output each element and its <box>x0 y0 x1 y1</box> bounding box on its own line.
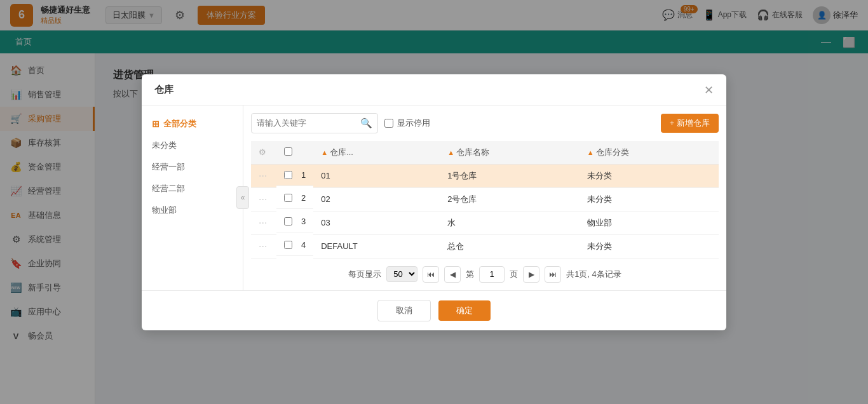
cancel-button[interactable]: 取消 <box>377 300 431 321</box>
table-toolbar: 🔍 显示停用 + 新增仓库 <box>251 113 719 133</box>
th-name: ▲仓库名称 <box>440 141 579 165</box>
row-name: 水 <box>440 211 579 234</box>
modal-close-button[interactable]: ✕ <box>704 83 714 97</box>
row-more-icon[interactable]: ··· <box>259 194 267 205</box>
row-code: 03 <box>313 211 440 234</box>
sort-icon-name: ▲ <box>447 149 454 156</box>
row-more-icon[interactable]: ··· <box>259 241 267 252</box>
row-name: 2号仓库 <box>440 187 579 211</box>
search-icon[interactable]: 🔍 <box>360 118 372 129</box>
add-warehouse-button[interactable]: + 新增仓库 <box>661 114 719 133</box>
page-number-input[interactable] <box>479 266 505 283</box>
page-next-button[interactable]: ▶ <box>523 266 539 283</box>
row-checkbox[interactable] <box>284 241 292 249</box>
table-row[interactable]: ··· 1 01 1号仓库 未分类 <box>251 164 719 187</box>
modal-overlay: 仓库 ✕ ⊞ 全部分类 未分类 经营一部 经营二部 物业部 « <box>0 0 868 404</box>
row-name: 1号仓库 <box>440 164 579 187</box>
row-index: 4 <box>276 234 313 256</box>
grid-icon: ⊞ <box>152 119 159 129</box>
row-code: 01 <box>313 164 440 187</box>
sort-icon-code: ▲ <box>321 149 328 156</box>
show-disabled-label[interactable]: 显示停用 <box>384 118 430 129</box>
row-category: 未分类 <box>580 234 719 258</box>
modal-header: 仓库 ✕ <box>142 74 726 105</box>
sort-icon-category: ▲ <box>587 149 594 156</box>
row-code: DEFAULT <box>313 234 440 258</box>
th-settings: ⚙ <box>251 141 276 165</box>
row-actions: ··· <box>251 187 276 211</box>
warehouse-modal: 仓库 ✕ ⊞ 全部分类 未分类 经营一部 经营二部 物业部 « <box>142 74 726 330</box>
modal-title: 仓库 <box>154 84 173 96</box>
category-item-0[interactable]: 未分类 <box>142 135 243 156</box>
category-panel: ⊞ 全部分类 未分类 经营一部 经营二部 物业部 « <box>142 105 243 290</box>
category-all[interactable]: ⊞ 全部分类 <box>142 113 243 135</box>
row-index: 2 <box>276 187 313 209</box>
row-checkbox[interactable] <box>284 194 292 202</box>
row-actions: ··· <box>251 234 276 258</box>
warehouse-table: ⚙ ▲仓库... ▲仓库名称 ▲仓库分类 ··· 1 01 1号仓库 未分类 ·… <box>251 141 719 259</box>
row-more-icon[interactable]: ··· <box>259 170 267 181</box>
row-name: 总仓 <box>440 234 579 258</box>
search-input[interactable] <box>257 118 360 128</box>
pagination-bar: 每页显示 50 ⏮ ◀ 第 页 ▶ ⏭ 共1页, 4条记录 <box>251 266 719 283</box>
warehouse-tbody: ··· 1 01 1号仓库 未分类 ··· 2 02 2号仓库 未分类 ··· … <box>251 164 719 258</box>
table-panel: 🔍 显示停用 + 新增仓库 ⚙ ▲仓库... <box>243 105 726 290</box>
category-item-2[interactable]: 经营二部 <box>142 178 243 199</box>
category-item-1[interactable]: 经营一部 <box>142 156 243 178</box>
row-code: 02 <box>313 187 440 211</box>
modal-body: ⊞ 全部分类 未分类 经营一部 经营二部 物业部 « 🔍 <box>142 105 726 290</box>
row-checkbox[interactable] <box>284 217 292 226</box>
row-more-icon[interactable]: ··· <box>259 217 267 228</box>
collapse-panel-button[interactable]: « <box>236 186 249 209</box>
th-code: ▲仓库... <box>313 141 440 165</box>
th-category: ▲仓库分类 <box>580 141 719 165</box>
confirm-button[interactable]: 确定 <box>438 300 491 321</box>
row-index: 1 <box>276 165 313 186</box>
settings-th-icon: ⚙ <box>259 147 266 157</box>
row-category: 未分类 <box>580 164 719 187</box>
table-row[interactable]: ··· 2 02 2号仓库 未分类 <box>251 187 719 211</box>
search-wrap: 🔍 <box>251 113 378 133</box>
page-last-button[interactable]: ⏭ <box>545 266 561 283</box>
row-index: 3 <box>276 211 313 232</box>
table-row[interactable]: ··· 4 DEFAULT 总仓 未分类 <box>251 234 719 258</box>
row-actions: ··· <box>251 211 276 234</box>
table-row[interactable]: ··· 3 03 水 物业部 <box>251 211 719 234</box>
show-disabled-checkbox[interactable] <box>384 119 393 128</box>
table-header-row: ⚙ ▲仓库... ▲仓库名称 ▲仓库分类 <box>251 141 719 165</box>
category-item-3[interactable]: 物业部 <box>142 199 243 221</box>
page-first-button[interactable]: ⏮ <box>423 266 439 283</box>
row-actions: ··· <box>251 164 276 187</box>
modal-footer: 取消 确定 <box>142 290 726 330</box>
select-all-checkbox[interactable] <box>284 147 292 156</box>
th-checkbox <box>276 141 313 165</box>
row-category: 未分类 <box>580 187 719 211</box>
row-category: 物业部 <box>580 211 719 234</box>
page-size-select[interactable]: 50 <box>386 266 417 282</box>
row-checkbox[interactable] <box>284 171 292 179</box>
page-prev-button[interactable]: ◀ <box>444 266 461 283</box>
